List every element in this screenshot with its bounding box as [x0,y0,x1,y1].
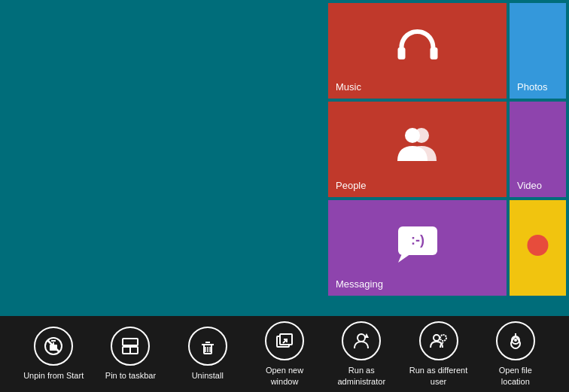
run-user-icon [419,321,458,360]
run-admin-label: Run as administrator [337,365,385,387]
svg-point-28 [440,335,446,341]
tile-area: Music Photos People [0,0,569,316]
people-label: People [336,180,499,191]
open-location-icon [496,321,535,360]
svg-rect-14 [123,339,138,345]
uninstall-button[interactable]: Uninstall [178,327,238,381]
tile-extra[interactable] [510,200,566,296]
open-file-location-button[interactable]: Open file location [485,321,546,387]
pin-taskbar-label: Pin to taskbar [105,370,156,381]
action-bar: Unpin from Start Pin to taskbar Uninstal… [0,316,569,392]
open-new-window-button[interactable]: Open new window [254,321,315,387]
svg-rect-10 [50,345,57,351]
tile-messaging[interactable]: :-) Messaging [328,200,507,296]
run-as-admin-button[interactable]: Run as administrator [331,321,391,387]
run-user-label: Run as different user [409,365,467,387]
tile-row-3: :-) Messaging [328,200,566,296]
open-window-icon [265,321,304,360]
open-location-label: Open file location [499,365,532,387]
unpin-from-start-button[interactable]: Unpin from Start [23,327,84,381]
tile-people[interactable]: People [328,102,507,197]
headphone-icon [393,26,442,68]
svg-point-3 [405,128,420,143]
extra-icon [525,232,551,259]
tile-video[interactable]: Video [510,102,566,197]
messaging-label: Messaging [336,278,499,290]
unpin-label: Unpin from Start [23,370,84,381]
music-label: Music [336,81,499,93]
uninstall-label: Uninstall [192,370,224,381]
people-icon [391,125,444,166]
pin-to-taskbar-button[interactable]: Pin to taskbar [100,327,160,381]
run-as-different-user-button[interactable]: Run as different user [409,321,469,387]
run-admin-icon [342,321,381,360]
tiles-container: Music Photos People [325,0,569,299]
messaging-icon: :-) [395,223,440,265]
svg-rect-1 [430,47,437,59]
pin-taskbar-icon [111,327,150,366]
tile-photos[interactable]: Photos [510,3,566,99]
svg-point-25 [358,334,365,342]
open-window-label: Open new window [266,365,303,387]
svg-point-7 [527,235,548,256]
video-label: Video [517,180,558,191]
tile-music[interactable]: Music [328,3,507,99]
svg-rect-0 [397,47,405,59]
svg-text::-): :-) [411,232,424,248]
photos-label: Photos [517,81,558,93]
svg-point-27 [434,335,440,341]
svg-point-30 [514,339,517,342]
uninstall-icon [188,327,227,366]
tile-row-2: People Video [328,102,566,197]
unpin-icon [34,327,73,366]
tile-row-1: Music Photos [328,3,566,99]
